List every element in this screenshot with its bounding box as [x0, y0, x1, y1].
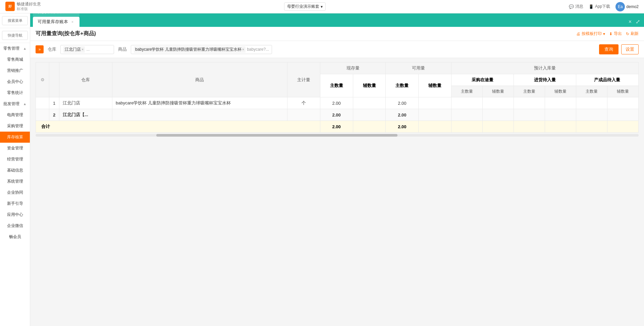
industry-selector[interactable]: 母婴行业演示账套 ▾ [284, 2, 326, 11]
sidebar-item-ecommerce[interactable]: 电商管理 [0, 109, 30, 121]
product-tag-label: babycare学饮杯 儿童防摔防撞吸管杯重力球吸嘴杯宝宝水杯 [135, 47, 241, 52]
export-button[interactable]: ⬇ 导出 [609, 31, 622, 37]
sidebar-item-purchase[interactable]: 采购管理 [0, 121, 30, 132]
template-badge: 标准版 [17, 6, 41, 11]
quick-nav-button[interactable]: 快捷导航 [2, 31, 28, 40]
warehouse-tag-jiangbei: 江北门店 × [63, 46, 85, 53]
row-current-qty: 2.00 [320, 97, 353, 109]
total-row: 合计 2.00 2.00 [36, 121, 639, 133]
row-purchase-transit-aux [483, 109, 514, 121]
scrollbar-thumb[interactable] [156, 134, 397, 137]
sidebar-item-finance[interactable]: 资金管理 [0, 143, 30, 154]
expand-icon: ▲ [23, 102, 26, 106]
row-incoming-qty [514, 97, 545, 109]
total-purchase-transit-aux [483, 121, 514, 133]
purchase-transit-header: 采购在途量 [451, 74, 514, 86]
tab-close-requisition-stats[interactable]: × [66, 13, 70, 14]
sidebar-item-member[interactable]: 会员中心 [0, 76, 30, 87]
expected-in-header: 预计入库量 [451, 62, 639, 74]
settings-button[interactable]: 设置 [621, 44, 639, 54]
purchase-transit-aux-header: 辅数量 [483, 86, 514, 97]
available-header: 可用量 [386, 62, 451, 74]
warehouse-tag-close[interactable]: × [82, 47, 84, 51]
total-available-qty: 2.00 [386, 121, 419, 133]
sidebar-nav-area: 快捷导航 [0, 28, 30, 43]
row-product-pending-aux [607, 109, 638, 121]
available-aux-header: 辅数量 [419, 74, 451, 97]
app-download-button[interactable]: 📱 App下载 [589, 4, 610, 9]
available-qty-header: 主数量 [386, 74, 419, 97]
industry-label: 母婴行业演示账套 [287, 4, 319, 9]
row-purchase-transit-aux [483, 97, 514, 109]
row-current-qty: 2.00 [320, 109, 353, 121]
row-available-qty: 2.00 [386, 109, 419, 121]
product-tag-babycare: babycare学饮杯 儿童防摔防撞吸管杯重力球吸嘴杯宝宝水杯 × [134, 46, 246, 53]
warehouse-filter-tags[interactable]: 江北门店 × ... [60, 45, 114, 54]
sidebar-item-retail-stats[interactable]: 零售统计 [0, 87, 30, 98]
sidebar-item-member2[interactable]: 畅会员 [0, 231, 30, 242]
refresh-button[interactable]: ↻ 刷新 [626, 31, 639, 37]
sidebar-item-enterprise[interactable]: 企业协同 [0, 187, 30, 198]
page-header: 可用量查询(按仓库+商品) 🖨 按模板打印 ▾ ⬇ 导出 ↻ 刷新 [30, 27, 644, 41]
sidebar-item-operations[interactable]: 经营管理 [0, 154, 30, 165]
sidebar-item-marketing[interactable]: 营销推广 [0, 65, 30, 76]
sidebar-item-retail-mall[interactable]: 零售商城 [0, 54, 30, 65]
unit-col-header: 主计量 [287, 62, 320, 97]
filter-toggle-button[interactable]: » [36, 45, 44, 53]
user-name: demo2 [626, 4, 639, 9]
sidebar-item-label: 库存核算 [7, 134, 23, 140]
warehouse-tag-label: 江北门店 [65, 47, 81, 52]
app-download-label: App下载 [595, 4, 610, 9]
search-menu-button[interactable]: 搜索菜单 [2, 16, 28, 25]
table-row: 2 江北门店【... 2.00 2.00 [36, 109, 639, 121]
sidebar-item-basic-info[interactable]: 基础信息 [0, 165, 30, 176]
sidebar-item-label: 应用中心 [7, 212, 23, 218]
sidebar-item-label: 经营管理 [7, 156, 23, 162]
message-button[interactable]: 💬 消息 [569, 4, 583, 9]
tab-available-ledger[interactable]: 可用量库存账本× [33, 17, 79, 27]
product-filter-more[interactable]: babycare?... [247, 47, 269, 52]
sidebar-item-label: 新手引导 [7, 201, 23, 206]
total-product-pending-aux [607, 121, 638, 133]
tab-requisition-stats[interactable]: 要货单统计表× [33, 13, 79, 17]
product-filter-tags[interactable]: babycare学饮杯 儿童防摔防撞吸管杯重力球吸嘴杯宝宝水杯 × babyca… [131, 45, 272, 54]
sidebar-item-retail-mgmt[interactable]: 零售管理▲ [0, 43, 30, 54]
sidebar-item-wholesale-mgmt[interactable]: 批发管理▲ [0, 98, 30, 109]
close-all-tabs-button[interactable]: × [627, 18, 633, 26]
sidebar-item-app-center[interactable]: 应用中心 [0, 209, 30, 220]
row-purchase-transit-qty [451, 109, 483, 121]
product-filter-label: 商品 [118, 46, 127, 52]
row-current-aux [353, 97, 386, 109]
user-area[interactable]: Ea demo2 [615, 2, 639, 11]
row-available-qty: 2.00 [386, 97, 419, 109]
warehouse-filter-more[interactable]: ... [86, 47, 90, 52]
total-incoming-qty [514, 121, 545, 133]
row-product-pending-aux [607, 97, 638, 109]
message-label: 消息 [575, 4, 583, 9]
row-index: 1 [49, 97, 59, 109]
row-product: babycare学饮杯 儿童防摔防撞吸管杯重力球吸嘴杯宝宝水杯 [112, 97, 287, 109]
product-pending-qty-header: 主数量 [576, 86, 607, 97]
app-name: 畅捷通好生意 [17, 2, 41, 6]
maximize-button[interactable]: ⤢ [634, 18, 641, 26]
row-product [112, 109, 287, 121]
horizontal-scrollbar[interactable] [36, 134, 639, 137]
total-label: 合计 [36, 121, 320, 133]
product-pending-header: 产成品待入量 [576, 74, 638, 86]
row-warehouse: 江北门店【... [59, 109, 112, 121]
product-tag-close[interactable]: × [242, 47, 244, 51]
table-settings-icon[interactable]: ⚙ [41, 77, 45, 82]
print-button[interactable]: 🖨 按模板打印 ▾ [576, 31, 605, 37]
row-settings [36, 109, 49, 121]
current-stock-header: 现存量 [320, 62, 386, 74]
sidebar-item-enterprise-wechat[interactable]: 企业微信 [0, 220, 30, 231]
expand-icon: ▲ [23, 47, 26, 50]
total-current-aux [353, 121, 386, 133]
sidebar-item-newbie[interactable]: 新手引导 [0, 198, 30, 209]
sidebar-item-system[interactable]: 系统管理 [0, 176, 30, 187]
query-button[interactable]: 查询 [599, 44, 619, 54]
row-index: 2 [49, 109, 59, 121]
sidebar-item-inventory[interactable]: 库存核算 [0, 132, 30, 143]
export-icon: ⬇ [609, 32, 612, 36]
tab-close-available-ledger[interactable]: × [70, 19, 75, 24]
